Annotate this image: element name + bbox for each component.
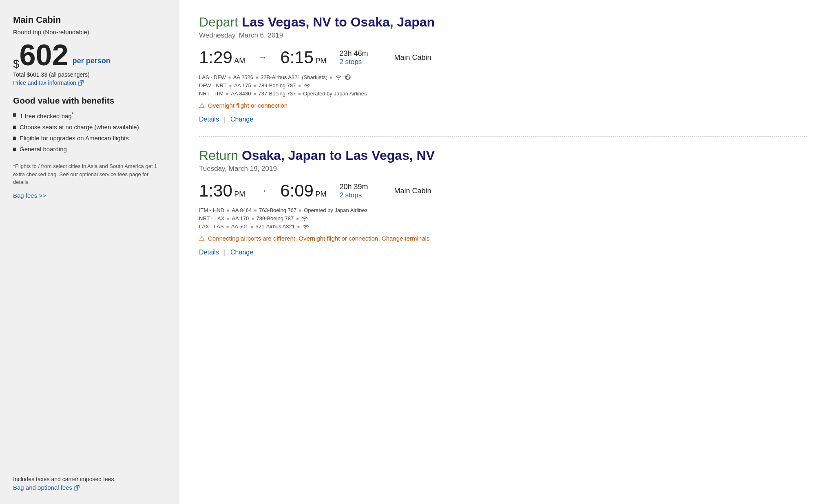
warning-triangle-icon-return: ⚠ <box>199 234 205 242</box>
depart-times-row: 1:29 AM → 6:15 PM 23h 46m 2 stops Main C… <box>199 48 807 67</box>
benefits-footnote: *Flights to / from select cities in Asia… <box>13 162 166 186</box>
return-segments: ITM - HND ■ AA 8464 ■ 763-Boeing 767 ■ O… <box>199 207 807 230</box>
action-divider: | <box>224 116 226 123</box>
benefits-title: Good value with benefits <box>13 96 166 106</box>
depart-flight-section: Depart Las Vegas, NV to Osaka, Japan Wed… <box>199 15 807 123</box>
power-icon <box>345 74 351 80</box>
wifi-icon <box>335 75 342 80</box>
segment-row: DFW - NRT ■ AA 175 ■ 789-Boeing 787 ■ <box>199 82 807 88</box>
bag-fees-link[interactable]: Bag fees >> <box>13 192 166 199</box>
sidebar: Main Cabin Round trip (Non-refundable) $… <box>0 0 179 504</box>
benefit-item: 1 free checked bag* <box>13 111 166 119</box>
bullet-icon <box>13 126 16 129</box>
return-details-link[interactable]: Details <box>199 249 219 256</box>
action-divider-2: | <box>224 249 226 256</box>
bullet-icon <box>13 137 16 140</box>
depart-header: Depart Las Vegas, NV to Osaka, Japan Wed… <box>199 15 807 40</box>
main-content: Depart Las Vegas, NV to Osaka, Japan Wed… <box>179 0 827 504</box>
depart-stops-link[interactable]: 2 stops <box>339 58 362 66</box>
price-amount: 602 <box>20 40 69 70</box>
return-label: Return <box>199 148 238 163</box>
price-tax-info-label: Price and tax information <box>13 80 76 86</box>
cabin-type-title: Main Cabin <box>13 15 166 25</box>
depart-actions: Details | Change <box>199 116 807 123</box>
return-route: Osaka, Japan to Las Vegas, NV <box>242 148 435 163</box>
price-total: Total $601.33 (all passengers) <box>13 71 166 78</box>
segment-row: LAX - LAS ■ AA 501 ■ 321-Airbus A321 ■ <box>199 223 807 230</box>
section-divider <box>199 136 807 137</box>
return-title: Return Osaka, Japan to Las Vegas, NV <box>199 148 807 163</box>
duration-stops: 23h 46m 2 stops <box>339 49 368 66</box>
depart-time: 1:29 AM <box>199 48 245 67</box>
return-depart-time: 1:30 PM <box>199 181 245 201</box>
price-tax-info-link[interactable]: Price and tax information <box>13 80 166 86</box>
wifi-icon <box>303 83 311 88</box>
sidebar-footer: Includes taxes and carrier imposed fees.… <box>13 463 166 491</box>
arrive-time: 6:15 PM <box>280 48 326 67</box>
depart-route: Las Vegas, NV to Osaka, Japan <box>242 15 435 29</box>
benefits-list: 1 free checked bag* Choose seats at no c… <box>13 111 166 157</box>
depart-date: Wednesday, March 6, 2019 <box>199 31 807 40</box>
external-link-icon <box>78 80 84 86</box>
depart-change-link[interactable]: Change <box>230 116 253 123</box>
bullet-icon <box>13 148 16 151</box>
depart-title: Depart Las Vegas, NV to Osaka, Japan <box>199 15 807 30</box>
return-warning: ⚠ Connecting airports are different, Ove… <box>199 234 807 242</box>
benefit-item: General boarding <box>13 146 166 153</box>
segment-row: NRT - ITM ■ AA 8430 ■ 737-Boeing 737 ■ O… <box>199 91 807 97</box>
segment-row: NRT - LAX ■ AA 170 ■ 789-Boeing 787 ■ <box>199 215 807 221</box>
depart-label: Depart <box>199 15 238 29</box>
return-duration-stops: 20h 39m 2 stops <box>339 183 368 199</box>
warning-triangle-icon: ⚠ <box>199 102 205 109</box>
return-header: Return Osaka, Japan to Las Vegas, NV Tue… <box>199 148 807 173</box>
includes-text: Includes taxes and carrier imposed fees. <box>13 476 166 482</box>
external-link-icon-2 <box>74 485 80 491</box>
wifi-icon <box>301 216 308 221</box>
price-per-person: per person <box>73 57 111 66</box>
benefit-item: Eligible for upgrades on American flight… <box>13 135 166 141</box>
return-times-row: 1:30 PM → 6:09 PM 20h 39m 2 stops Main C… <box>199 181 807 201</box>
return-stops-link[interactable]: 2 stops <box>339 191 362 199</box>
return-arrive-time: 6:09 PM <box>280 181 326 201</box>
arrow-icon: → <box>258 52 267 63</box>
arrow-icon-return: → <box>258 186 267 196</box>
bullet-icon <box>13 113 16 117</box>
return-cabin-type: Main Cabin <box>394 187 431 195</box>
bag-optional-fees-link[interactable]: Bag and optional fees <box>13 484 166 491</box>
segment-row: LAS - DFW ■ AA 2526 ■ 32B-Airbus A321 (S… <box>199 74 807 80</box>
return-flight-section: Return Osaka, Japan to Las Vegas, NV Tue… <box>199 148 807 256</box>
return-change-link[interactable]: Change <box>230 249 253 256</box>
return-actions: Details | Change <box>199 249 807 256</box>
return-date: Tuesday, March 19, 2019 <box>199 165 807 173</box>
benefit-item: Choose seats at no charge (when availabl… <box>13 124 166 130</box>
depart-segments: LAS - DFW ■ AA 2526 ■ 32B-Airbus A321 (S… <box>199 74 807 97</box>
depart-details-link[interactable]: Details <box>199 116 219 123</box>
bag-optional-fees-label: Bag and optional fees <box>13 484 72 491</box>
price-dollar-sign: $ <box>13 58 20 70</box>
trip-type: Round trip (Non-refundable) <box>13 29 166 35</box>
depart-warning: ⚠ Overnight flight or connection <box>199 102 807 109</box>
segment-row: ITM - HND ■ AA 8464 ■ 763-Boeing 767 ■ O… <box>199 207 807 213</box>
depart-warning-text: Overnight flight or connection <box>208 102 287 109</box>
depart-cabin-type: Main Cabin <box>394 53 431 62</box>
wifi-icon <box>302 224 310 229</box>
return-warning-text: Connecting airports are different, Overn… <box>208 235 429 242</box>
